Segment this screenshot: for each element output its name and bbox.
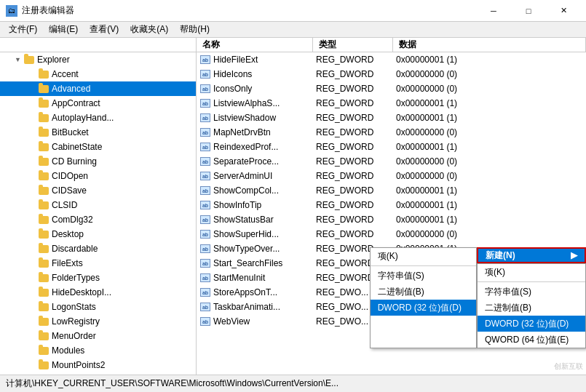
reg-row[interactable]: ab ShowCompCol... REG_DWORD 0x00000001 (… xyxy=(197,183,586,198)
ctx-item-string[interactable]: 字符串值(S) xyxy=(371,268,476,284)
tree-item-cidsave[interactable]: CIDSave xyxy=(0,183,196,198)
reg-name: ab ShowCompCol... xyxy=(197,185,313,196)
menu-help[interactable]: 帮助(H) xyxy=(174,22,215,37)
tree-item-hidedesktopi[interactable]: HideDesktopI... xyxy=(0,285,196,300)
reg-row[interactable]: ab ShowStatusBar REG_DWORD 0x00000001 (1… xyxy=(197,212,586,227)
ctx-item-xiang[interactable]: 项(K) xyxy=(371,248,476,264)
folder-icon xyxy=(38,258,50,268)
menu-favorites[interactable]: 收藏夹(A) xyxy=(124,22,174,37)
tree-item-cabinetstate[interactable]: CabinetState xyxy=(0,140,196,154)
reg-row[interactable]: ab ServerAdminUI REG_DWORD 0x00000000 (0… xyxy=(197,169,586,183)
tree-item-modules[interactable]: Modules xyxy=(0,343,196,358)
tree-item-menuorder[interactable]: MenuOrder xyxy=(0,329,196,343)
ctx-item-dword[interactable]: DWORD (32 位)值(D) xyxy=(371,300,476,316)
folder-icon xyxy=(38,345,50,356)
ctx-sub-xiang[interactable]: 项(K) xyxy=(478,264,585,280)
reg-row[interactable]: ab ReindexedProf... REG_DWORD 0x00000001… xyxy=(197,140,586,154)
ctx-label: 字符串值(S) xyxy=(378,270,424,282)
tree-item-label: ComDlg32 xyxy=(52,215,93,225)
folder-icon xyxy=(38,142,50,152)
ctx-sub-label: 二进制值(B) xyxy=(485,302,531,314)
reg-row[interactable]: ab SeparateProce... REG_DWORD 0x00000000… xyxy=(197,154,586,169)
tree-item-label: Desktop xyxy=(52,229,84,239)
reg-row[interactable]: ab HideIcons REG_DWORD 0x00000000 (0) xyxy=(197,67,586,81)
tree-item-bitbucket[interactable]: BitBucket xyxy=(0,125,196,140)
reg-name-label: ListviewShadow xyxy=(213,113,276,123)
app-icon: 🗂 xyxy=(6,5,17,17)
dword-icon: ab xyxy=(199,229,211,239)
app-title: 注册表编辑器 xyxy=(22,4,74,17)
dword-icon: ab xyxy=(199,156,211,167)
reg-row[interactable]: ab IconsOnly REG_DWORD 0x00000000 (0) xyxy=(197,81,586,96)
maximize-button[interactable]: □ xyxy=(512,4,545,18)
tree-item-clsid[interactable]: CLSID xyxy=(0,198,196,212)
reg-type: REG_DWORD xyxy=(313,185,393,196)
tree-item-appcontract[interactable]: AppContract xyxy=(0,96,196,111)
ctx-sub-binary[interactable]: 二进制值(B) xyxy=(478,300,585,316)
tree-scroll[interactable]: ▼ Explorer Accent Advanced xyxy=(0,52,196,375)
tree-item-advanced[interactable]: Advanced xyxy=(0,81,196,96)
ctx-sub-label: QWORD (64 位)值(E) xyxy=(485,334,569,346)
close-button[interactable]: ✕ xyxy=(547,4,580,18)
status-path: 计算机\HKEY_CURRENT_USER\SOFTWARE\Microsoft… xyxy=(6,377,338,390)
tree-item-accent[interactable]: Accent xyxy=(0,67,196,81)
tree-item-fileexts[interactable]: FileExts xyxy=(0,256,196,271)
reg-name-label: HideFileExt xyxy=(213,55,258,65)
ctx-sub-dword[interactable]: DWORD (32 位)值(D) xyxy=(478,316,585,332)
reg-name-label: Start_SearchFiles xyxy=(213,258,282,268)
reg-name: ab HideFileExt xyxy=(197,55,313,65)
tree-item-cidopen[interactable]: CIDOpen xyxy=(0,169,196,183)
tree-item-label: AutoplayHand... xyxy=(52,113,114,123)
tree-item-explorer[interactable]: ▼ Explorer xyxy=(0,52,196,67)
tree-item-discardable[interactable]: Discardable xyxy=(0,241,196,256)
folder-icon xyxy=(38,171,50,181)
reg-row[interactable]: ab HideFileExt REG_DWORD 0x00000001 (1) xyxy=(197,52,586,67)
tree-item-foldertypes[interactable]: FolderTypes xyxy=(0,271,196,285)
reg-type: REG_DWORD xyxy=(313,84,393,94)
ctx-item-binary[interactable]: 二进制值(B) xyxy=(371,284,476,300)
tree-item-desktop[interactable]: Desktop xyxy=(0,227,196,241)
reg-name: ab ListviewShadow xyxy=(197,113,313,123)
tree-item-label: Modules xyxy=(52,345,84,356)
tree-item-label: Discardable xyxy=(52,244,98,254)
menu-file[interactable]: 文件(F) xyxy=(3,22,43,37)
tree-item-cdburning[interactable]: CD Burning xyxy=(0,154,196,169)
tree-item-autoplayhand[interactable]: AutoplayHand... xyxy=(0,111,196,125)
tree-item-label: CIDOpen xyxy=(52,171,88,181)
dword-icon: ab xyxy=(199,316,211,327)
folder-icon xyxy=(38,98,50,108)
reg-type: REG_DWORD xyxy=(313,98,393,108)
reg-name: ab ShowInfoTip xyxy=(197,200,313,210)
right-column-headers: 名称 类型 数据 xyxy=(197,38,586,52)
ctx-sub-string[interactable]: 字符串值(S) xyxy=(478,284,585,300)
reg-name: ab StoreAppsOnT... xyxy=(197,287,313,297)
tree-item-lowregistry[interactable]: LowRegistry xyxy=(0,314,196,329)
reg-row[interactable]: ab ListviewAlphaS... REG_DWORD 0x0000000… xyxy=(197,96,586,111)
folder-icon xyxy=(38,185,50,196)
reg-data: 0x00000000 (0) xyxy=(393,229,586,239)
dword-icon: ab xyxy=(199,200,211,210)
folder-icon xyxy=(38,69,50,79)
folder-icon xyxy=(38,331,50,341)
reg-row[interactable]: ab MapNetDrvBtn REG_DWORD 0x00000000 (0) xyxy=(197,125,586,140)
minimize-button[interactable]: ─ xyxy=(477,4,510,18)
reg-name-label: ListviewAlphaS... xyxy=(213,98,280,108)
tree-item-logonstats[interactable]: LogonStats xyxy=(0,300,196,314)
tree-item-comdlg32[interactable]: ComDlg32 xyxy=(0,212,196,227)
reg-row[interactable]: ab ListviewShadow REG_DWORD 0x00000001 (… xyxy=(197,111,586,125)
dword-icon: ab xyxy=(199,244,211,254)
reg-type: REG_DWORD xyxy=(313,55,393,65)
ctx-sub-qword[interactable]: QWORD (64 位)值(E) xyxy=(478,332,585,348)
reg-name: ab ShowStatusBar xyxy=(197,215,313,225)
folder-icon xyxy=(38,287,50,297)
reg-row[interactable]: ab ShowInfoTip REG_DWORD 0x00000001 (1) xyxy=(197,198,586,212)
menu-view[interactable]: 查看(V) xyxy=(84,22,124,37)
reg-name-label: WebView xyxy=(213,316,250,327)
menu-edit[interactable]: 编辑(E) xyxy=(43,22,84,37)
submenu-container: 新建(N) ▶ 项(K) 字符串值(S) 二进制值(B) DWORD (32 位… xyxy=(477,247,586,348)
reg-name: ab MapNetDrvBtn xyxy=(197,127,313,137)
tree-item-mountpoints2[interactable]: MountPoints2 xyxy=(0,358,196,372)
reg-name: ab SeparateProce... xyxy=(197,156,313,167)
reg-row[interactable]: ab ShowSuperHid... REG_DWORD 0x00000000 … xyxy=(197,227,586,241)
reg-name: ab Start_SearchFiles xyxy=(197,258,313,268)
